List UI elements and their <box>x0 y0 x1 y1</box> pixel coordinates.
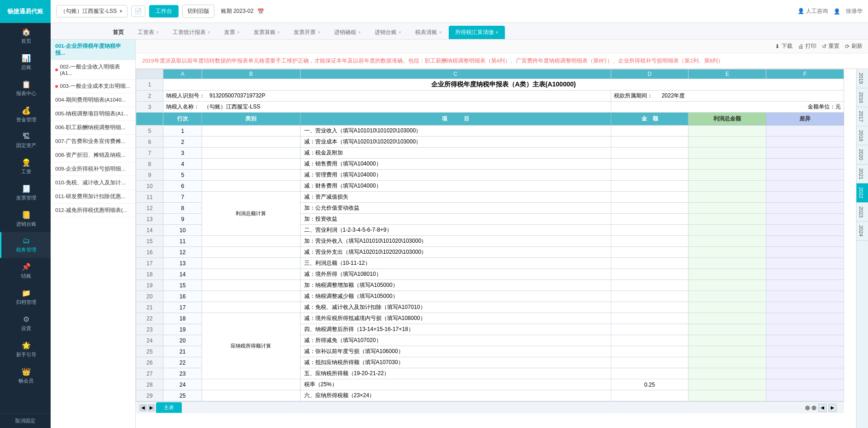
tab-工资表[interactable]: 工资表 × <box>131 25 166 39</box>
tab-bar: 首页工资表 ×工资统计报表 ×发票 ×发票算账 ×发票开票 ×进销确核 ×进销台… <box>51 23 868 40</box>
tab-label: 所得税汇算清缴 <box>455 29 494 36</box>
tab-工资统计报表[interactable]: 工资统计报表 × <box>166 25 217 39</box>
sidebar-item-发票管理[interactable]: 🧾 发票管理 <box>0 180 51 206</box>
doc-icon-button[interactable]: 📄 <box>131 6 145 17</box>
refresh-button[interactable]: ⟳ 刷新 <box>845 42 862 50</box>
scroll-controls: ⬤ ⬤ ◀ ▶ <box>801 404 840 412</box>
tab-进销台账[interactable]: 进销台账 × <box>368 25 408 39</box>
tab-close-icon[interactable]: × <box>278 30 280 35</box>
table-row: 22 18 应纳税所得额计算 减：境外应税所得抵减境内亏损（填写A108000） <box>136 313 844 324</box>
main-area: （勾账）江西服宝-LSS ▼ 📄 工作台 切到旧版 账期 2023-02 📅 👤… <box>51 0 868 428</box>
table-wrap[interactable]: A B C D E F 1 企业所得税年度纳税申报表（A类）主表(A100000… <box>136 69 856 428</box>
tab-label: 工资统计报表 <box>173 29 206 36</box>
list-item-011[interactable]: 011-研发费用加计扣除优惠... <box>51 190 135 204</box>
tab-close-icon[interactable]: × <box>439 30 442 35</box>
sheet-next-button[interactable]: ▶ <box>148 404 155 411</box>
list-item-002[interactable]: 002-一般企业收入明细表(A1... <box>51 60 135 80</box>
year-entry-2018[interactable]: 2018 <box>856 126 868 145</box>
tab-close-icon[interactable]: × <box>208 30 210 35</box>
tab-close-icon[interactable]: × <box>237 30 240 35</box>
unpin-button[interactable]: 取消固定 <box>0 413 51 428</box>
year-entry-2022[interactable]: 2022 <box>856 183 868 202</box>
sidebar-item-资金管理[interactable]: 💰 资金管理 <box>0 102 51 128</box>
list-item-004[interactable]: 004-期间费用明细表(A1040... <box>51 93 135 107</box>
year-entry-2024[interactable]: 2024 <box>856 222 868 240</box>
sidebar-item-label: 发票管理 <box>16 194 36 201</box>
col-c-header: C <box>300 69 611 79</box>
col-f-header: F <box>766 69 844 79</box>
tab-label: 首页 <box>113 29 124 36</box>
list-item-010[interactable]: 010-免税、减计收入及加计... <box>51 176 135 190</box>
sidebar-item-设置[interactable]: ⚙ 设置 <box>0 310 51 337</box>
tab-close-icon[interactable]: × <box>358 30 361 35</box>
list-item-006[interactable]: 006-职工薪酬纳税调整明细... <box>51 121 135 135</box>
tab-税表清账[interactable]: 税表清账 × <box>408 25 449 39</box>
nav-icon: 📋 <box>22 80 31 89</box>
tab-所得税汇算清缴[interactable]: 所得税汇算清缴 × <box>449 26 505 39</box>
switch-version-button[interactable]: 切到旧版 <box>182 5 214 18</box>
year-sidebar: 201920162017201820202021202220232024 <box>856 69 868 428</box>
sidebar-item-label: 工资 <box>21 168 31 175</box>
print-button[interactable]: 🖨 打印 <box>798 42 816 50</box>
list-item-003[interactable]: 003-一般企业成本支出明细... <box>51 80 135 93</box>
year-entry-2023[interactable]: 2023 <box>856 203 868 222</box>
tab-进销确核[interactable]: 进销确核 × <box>327 25 368 39</box>
download-icon: ⬇ <box>775 43 780 50</box>
tab-close-icon[interactable]: × <box>156 30 159 35</box>
download-button[interactable]: ⬇ 下载 <box>775 42 793 50</box>
sidebar-item-首页[interactable]: 🏠 首页 <box>0 23 51 49</box>
person-icon: 👤 <box>798 8 804 14</box>
topbar: （勾账）江西服宝-LSS ▼ 📄 工作台 切到旧版 账期 2023-02 📅 👤… <box>51 0 868 23</box>
sidebar-item-结账[interactable]: 📌 结账 <box>0 258 51 284</box>
sidebar-item-label: 总账 <box>21 64 31 71</box>
sheet-tab-main[interactable]: 主表 <box>156 402 182 413</box>
scroll-left-button[interactable]: ◀ <box>818 404 827 412</box>
sidebar-item-固定资产[interactable]: 🏗 固定资产 <box>0 128 51 154</box>
sidebar-item-归档管理[interactable]: 📁 归档管理 <box>0 284 51 310</box>
warning-bar: 2019年度涉及取以前年度结转数据的申报表单元格需要手工维护正确，才能保证本年及… <box>136 53 868 69</box>
nav-icon: 🌟 <box>22 341 31 350</box>
row-num-header <box>136 69 163 79</box>
list-item-label: 006-职工薪酬纳税调整明细... <box>55 124 126 131</box>
col-b-header: B <box>202 69 300 79</box>
year-entry-2016[interactable]: 2016 <box>856 88 868 107</box>
workbench-button[interactable]: 工作台 <box>149 5 179 17</box>
tab-close-icon[interactable]: × <box>496 30 498 35</box>
list-item-008[interactable]: 008-资产折旧、摊销及纳税... <box>51 148 135 162</box>
list-item-009[interactable]: 009-企业所得税补亏损明细... <box>51 162 135 176</box>
tab-首页[interactable]: 首页 <box>106 25 131 39</box>
sidebar-item-畅会员[interactable]: 👑 畅会员 <box>0 363 51 389</box>
year-entry-2017[interactable]: 2017 <box>856 107 868 126</box>
tab-label: 税表清账 <box>415 29 437 36</box>
right-panel: ⬇ 下载 🖨 打印 ↺ 重置 ⟳ 刷新 2019年度涉及取以前年度结转数据的申报… <box>136 40 868 428</box>
table-row: 18 14 减：境外所得（填写A108010） <box>136 269 844 280</box>
list-item-label: 007-广告费和业务宣传费摊... <box>55 138 126 145</box>
sidebar-item-进销台账[interactable]: 📒 进销台账 <box>0 206 51 232</box>
scroll-right-button[interactable]: ▶ <box>828 404 837 412</box>
table-row: 28 24 税率（25%） 0.25 <box>136 379 844 390</box>
tab-发票开票[interactable]: 发票开票 × <box>287 25 327 39</box>
sheet-prev-button[interactable]: ◀ <box>139 404 147 411</box>
table-row: 1 企业所得税年度纳税申报表（A类）主表(A100000) <box>136 79 844 91</box>
list-item-012[interactable]: 012-减免所得税优惠明细表(... <box>51 204 135 217</box>
spreadsheet-container: A B C D E F 1 企业所得税年度纳税申报表（A类）主表(A100000… <box>136 69 868 428</box>
tab-close-icon[interactable]: × <box>399 30 401 35</box>
sidebar-item-总账[interactable]: 📊 总账 <box>0 49 51 75</box>
tab-close-icon[interactable]: × <box>318 30 320 35</box>
list-item-005[interactable]: 005-纳税调整项目明细表(A1... <box>51 107 135 121</box>
table-row: 5 1 一、营业收入（填写A101010\101020\103000） <box>136 126 844 137</box>
year-entry-2020[interactable]: 2020 <box>856 145 868 164</box>
company-selector[interactable]: （勾账）江西服宝-LSS ▼ <box>56 5 127 17</box>
list-item-007[interactable]: 007-广告费和业务宣传费摊... <box>51 135 135 148</box>
sidebar-item-税务管理[interactable]: 🗂 税务管理 <box>0 232 51 258</box>
sidebar-item-工资[interactable]: 👷 工资 <box>0 154 51 180</box>
tab-发票[interactable]: 发票 × <box>217 25 247 39</box>
list-item-001[interactable]: 001-企业所得税年度纳税申报... <box>51 40 135 60</box>
year-entry-2019[interactable]: 2019 <box>856 69 868 88</box>
reset-button[interactable]: ↺ 重置 <box>822 42 839 50</box>
ai-consult-link[interactable]: 👤 人工咨询 <box>798 7 828 15</box>
sidebar-item-报表中心[interactable]: 📋 报表中心 <box>0 75 51 102</box>
year-entry-2021[interactable]: 2021 <box>856 165 868 183</box>
tab-发票算账[interactable]: 发票算账 × <box>247 25 287 39</box>
sidebar-item-新手引导[interactable]: 🌟 新手引导 <box>0 337 51 363</box>
